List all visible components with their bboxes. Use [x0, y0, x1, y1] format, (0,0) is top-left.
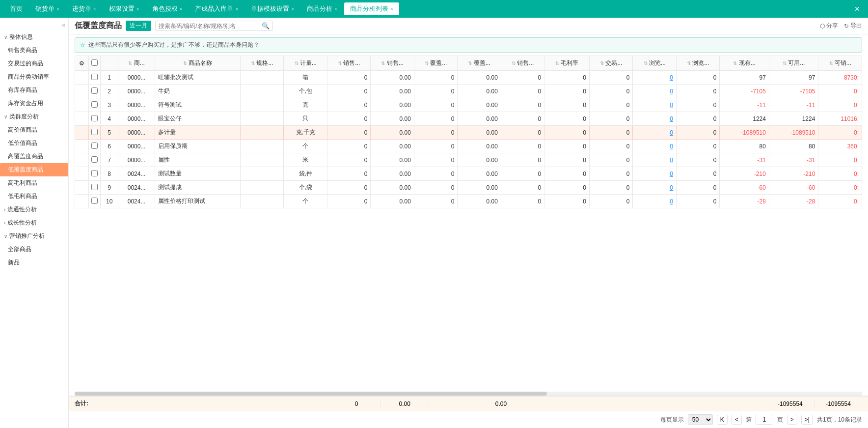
- row-checkbox[interactable]: [91, 74, 98, 80]
- sidebar-group-growth[interactable]: › 成长性分析: [0, 216, 68, 229]
- browse1-cell[interactable]: 0: [633, 112, 676, 126]
- close-icon[interactable]: ×: [56, 6, 59, 12]
- cover2-column-header[interactable]: ⇅ 覆盖...: [458, 56, 501, 71]
- nav-tab-roles[interactable]: 角色授权 ×: [146, 2, 189, 15]
- row-checkbox[interactable]: [91, 87, 98, 94]
- browse1-column-header[interactable]: ⇅ 浏览...: [633, 56, 676, 71]
- row-checkbox[interactable]: [91, 170, 98, 176]
- sellable-column-header[interactable]: ⇅ 可销...: [818, 56, 862, 71]
- trade-column-header[interactable]: ⇅ 交易...: [590, 56, 633, 71]
- gross-rate-cell: 0: [544, 195, 590, 208]
- browse1-cell[interactable]: 0: [633, 85, 676, 98]
- browse2-column-header[interactable]: ⇅ 浏览...: [676, 56, 719, 71]
- sidebar-item-in-stock[interactable]: 有库存商品: [0, 84, 68, 97]
- nav-tab-home[interactable]: 首页: [4, 2, 28, 15]
- table-row: 9 0024... 测试提成 个,袋 0 0.00 0 0.00 0 0 0 0…: [75, 181, 862, 195]
- select-all-checkbox[interactable]: [91, 59, 98, 66]
- sidebar-item-sales-goods[interactable]: 销售类商品: [0, 44, 68, 57]
- browse1-cell[interactable]: 0: [633, 98, 676, 112]
- sidebar-item-all-goods[interactable]: 全部商品: [0, 243, 68, 256]
- table-row: 1 0000... 旺辅批次测试 箱 0 0.00 0 0.00 0 0 0 0…: [75, 71, 862, 85]
- page-label: 第: [746, 416, 752, 424]
- cover1-cell: 0: [414, 167, 457, 181]
- browse1-cell[interactable]: 0: [633, 126, 676, 140]
- scrollbar-thumb[interactable]: [75, 392, 547, 396]
- browse1-cell[interactable]: 0: [633, 195, 676, 208]
- unit-cell: 个: [284, 140, 327, 153]
- export-button[interactable]: ↻ 导出: [844, 22, 862, 30]
- row-checkbox[interactable]: [91, 156, 98, 163]
- sidebar-item-category-rate[interactable]: 商品分类动销率: [0, 70, 68, 84]
- spec-column-header[interactable]: ⇅ 规格...: [241, 56, 284, 71]
- gross-rate-column-header[interactable]: ⇅ 毛利率: [544, 56, 590, 71]
- close-icon[interactable]: ×: [180, 6, 183, 12]
- nav-tab-template[interactable]: 单据模板设置 ×: [245, 2, 300, 15]
- page-number-input[interactable]: [756, 415, 773, 425]
- search-input[interactable]: [159, 23, 260, 29]
- row-checkbox[interactable]: [91, 115, 98, 121]
- browse1-cell[interactable]: 0: [633, 153, 676, 167]
- share-button[interactable]: ⬡ 分享: [820, 22, 838, 30]
- close-icon[interactable]: ×: [291, 6, 294, 12]
- nav-tab-product-entry[interactable]: 产成品入库单 ×: [189, 2, 244, 15]
- row-checkbox[interactable]: [91, 143, 98, 149]
- page-size-select[interactable]: 50 100 200: [688, 414, 713, 425]
- sidebar-item-low-coverage[interactable]: 低覆盖度商品: [0, 163, 68, 176]
- unit-cell: 个,包: [284, 85, 327, 98]
- nav-tab-product-analysis[interactable]: 商品分析 ×: [301, 2, 343, 15]
- close-icon[interactable]: ×: [334, 6, 337, 12]
- sidebar-item-high-margin[interactable]: 高毛利商品: [0, 176, 68, 190]
- close-icon[interactable]: ×: [390, 6, 393, 12]
- first-page-button[interactable]: K: [717, 415, 728, 425]
- sales-qty-column-header[interactable]: ⇅ 销售...: [327, 56, 370, 71]
- close-icon[interactable]: ×: [93, 6, 96, 12]
- row-checkbox[interactable]: [91, 129, 98, 135]
- browse1-cell[interactable]: 0: [633, 140, 676, 153]
- sellable-cell: 8730:: [818, 71, 862, 85]
- row-checkbox[interactable]: [91, 184, 98, 190]
- sidebar-item-stock-capital[interactable]: 库存资金占用: [0, 97, 68, 110]
- curr-stock-column-header[interactable]: ⇅ 现有...: [720, 56, 769, 71]
- sidebar-item-new-goods[interactable]: 新品: [0, 256, 68, 269]
- sidebar-item-traded-goods[interactable]: 交易过的商品: [0, 57, 68, 70]
- sidebar-group-marketing[interactable]: ∨ 营销推广分析: [0, 229, 68, 243]
- name-cell: 多计量: [155, 126, 240, 140]
- sidebar-item-high-value[interactable]: 高价值商品: [0, 123, 68, 137]
- nav-tab-permissions[interactable]: 权限设置 ×: [103, 2, 145, 15]
- sidebar-group-overall[interactable]: ∨ 整体信息: [0, 30, 68, 44]
- browse1-cell[interactable]: 0: [633, 71, 676, 85]
- avail-stock-column-header[interactable]: ⇅ 可用...: [769, 56, 818, 71]
- sales-amt-column-header[interactable]: ⇅ 销售...: [371, 56, 414, 71]
- next-page-button[interactable]: >: [787, 415, 797, 425]
- close-icon[interactable]: ×: [235, 6, 238, 12]
- close-icon[interactable]: ×: [136, 6, 139, 12]
- sidebar-group-liquidity[interactable]: › 流通性分析: [0, 203, 68, 216]
- browse1-cell[interactable]: 0: [633, 167, 676, 181]
- sidebar-group-cluster[interactable]: ∨ 类群度分析: [0, 110, 68, 123]
- nav-tab-product-analysis-list[interactable]: 商品分析列表 ×: [344, 2, 399, 15]
- name-column-header[interactable]: ⇅ 商品名称: [155, 56, 240, 71]
- unit-column-header[interactable]: ⇅ 计量...: [284, 56, 327, 71]
- row-checkbox[interactable]: [91, 198, 98, 204]
- nav-tab-sales[interactable]: 销货单 ×: [29, 2, 65, 15]
- horizontal-scrollbar[interactable]: [75, 392, 862, 396]
- seq-cell: 3: [101, 98, 118, 112]
- footer-sales-amt: 0.00: [381, 400, 429, 407]
- cover1-cell: 0: [414, 140, 457, 153]
- code-column-header[interactable]: ⇅ 商...: [118, 56, 155, 71]
- cover1-column-header[interactable]: ⇅ 覆盖...: [414, 56, 457, 71]
- sidebar-item-low-value[interactable]: 低价值商品: [0, 137, 68, 150]
- cover2-cell: 0.00: [458, 167, 501, 181]
- sidebar-item-low-margin[interactable]: 低毛利商品: [0, 190, 68, 203]
- row-checkbox[interactable]: [91, 101, 98, 108]
- close-all-button[interactable]: ✕: [850, 3, 864, 15]
- settings-column-header[interactable]: ⚙: [75, 56, 89, 71]
- sidebar-item-high-coverage[interactable]: 高覆盖度商品: [0, 150, 68, 163]
- last-page-button[interactable]: >|: [801, 415, 813, 425]
- nav-tab-purchase[interactable]: 进货单 ×: [66, 2, 102, 15]
- prev-page-button[interactable]: <: [732, 415, 742, 425]
- time-filter-button[interactable]: 近一月: [126, 21, 151, 31]
- browse1-cell[interactable]: 0: [633, 181, 676, 195]
- sidebar-collapse-button[interactable]: «: [0, 20, 68, 30]
- sales2-column-header[interactable]: ⇅ 销售...: [501, 56, 544, 71]
